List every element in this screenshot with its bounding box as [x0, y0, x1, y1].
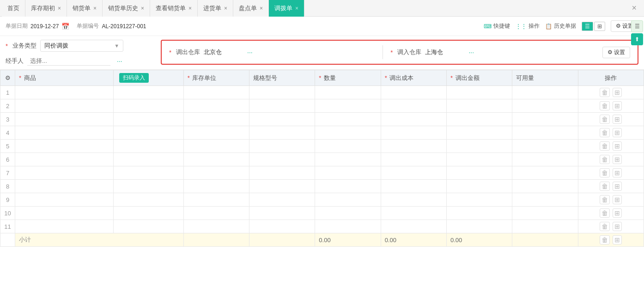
row-amount[interactable]: [446, 207, 512, 220]
delete-row-btn[interactable]: 🗑: [600, 208, 610, 218]
row-product[interactable]: [15, 166, 114, 180]
row-cost[interactable]: [381, 153, 446, 166]
row-unit[interactable]: [183, 99, 249, 113]
copy-row-btn[interactable]: ⊞: [613, 141, 622, 151]
shortcut-action[interactable]: ⌨ 快捷键: [484, 22, 510, 30]
tab-sales-order-close[interactable]: ×: [93, 5, 97, 12]
row-qty[interactable]: [315, 193, 381, 207]
row-spec[interactable]: [249, 99, 315, 113]
row-unit[interactable]: [183, 220, 249, 233]
delete-row-btn[interactable]: 🗑: [600, 222, 610, 231]
row-spec[interactable]: [249, 193, 315, 207]
row-spec[interactable]: [249, 126, 315, 140]
row-product[interactable]: [15, 113, 114, 126]
delete-row-btn[interactable]: 🗑: [600, 88, 610, 97]
row-qty[interactable]: [315, 180, 381, 193]
row-cost[interactable]: [381, 140, 446, 153]
tab-purchase-order[interactable]: 进货单 ×: [198, 0, 233, 17]
subtotal-copy-btn[interactable]: ⊞: [613, 235, 622, 244]
row-cost[interactable]: [381, 207, 446, 220]
row-unit[interactable]: [183, 193, 249, 207]
delete-row-btn[interactable]: 🗑: [600, 182, 610, 191]
row-unit[interactable]: [183, 166, 249, 180]
row-product[interactable]: [15, 86, 114, 99]
copy-row-btn[interactable]: ⊞: [613, 88, 622, 97]
delete-row-btn[interactable]: 🗑: [600, 168, 610, 177]
row-unit[interactable]: [183, 153, 249, 166]
copy-row-btn[interactable]: ⊞: [613, 195, 622, 204]
delete-row-btn[interactable]: 🗑: [600, 128, 610, 137]
row-spec[interactable]: [249, 113, 315, 126]
delete-row-btn[interactable]: 🗑: [600, 155, 610, 164]
row-unit[interactable]: [183, 126, 249, 140]
main-close-button[interactable]: ×: [628, 3, 640, 13]
row-amount[interactable]: [446, 126, 512, 140]
row-qty[interactable]: [315, 113, 381, 126]
row-amount[interactable]: [446, 86, 512, 99]
scan-btn[interactable]: 扫码录入: [119, 73, 149, 83]
history-action[interactable]: 📋 历史单据: [545, 22, 576, 30]
tab-sales-order[interactable]: 销货单 ×: [67, 0, 103, 17]
tab-inventory-init[interactable]: 库存期初 ×: [25, 0, 67, 17]
sidebar-export-btn[interactable]: ⬆: [631, 33, 643, 45]
copy-row-btn[interactable]: ⊞: [613, 222, 622, 231]
person-more-icon[interactable]: ···: [117, 57, 122, 65]
subtotal-delete-btn[interactable]: 🗑: [600, 235, 610, 244]
warehouse-in-more-icon[interactable]: ···: [468, 49, 474, 56]
row-product[interactable]: [15, 193, 114, 207]
row-qty[interactable]: [315, 86, 381, 99]
tab-inventory-init-close[interactable]: ×: [58, 5, 61, 12]
row-spec[interactable]: [249, 220, 315, 233]
delete-row-btn[interactable]: 🗑: [600, 141, 610, 151]
row-cost[interactable]: [381, 126, 446, 140]
row-cost[interactable]: [381, 99, 446, 113]
row-unit[interactable]: [183, 113, 249, 126]
row-unit[interactable]: [183, 86, 249, 99]
row-cost[interactable]: [381, 193, 446, 207]
row-spec[interactable]: [249, 86, 315, 99]
row-qty[interactable]: [315, 126, 381, 140]
warehouse-out-more-icon[interactable]: ···: [247, 49, 253, 56]
row-qty[interactable]: [315, 140, 381, 153]
row-spec[interactable]: [249, 140, 315, 153]
row-cost[interactable]: [381, 113, 446, 126]
tab-view-sales-close[interactable]: ×: [188, 5, 192, 12]
row-spec[interactable]: [249, 166, 315, 180]
row-product[interactable]: [15, 207, 114, 220]
row-qty[interactable]: [315, 220, 381, 233]
copy-row-btn[interactable]: ⊞: [613, 168, 622, 177]
row-qty[interactable]: [315, 166, 381, 180]
copy-row-btn[interactable]: ⊞: [613, 128, 622, 137]
row-spec[interactable]: [249, 207, 315, 220]
tab-transfer-order-close[interactable]: ×: [295, 5, 298, 12]
row-amount[interactable]: [446, 99, 512, 113]
row-unit[interactable]: [183, 180, 249, 193]
row-product[interactable]: [15, 140, 114, 153]
row-product[interactable]: [15, 220, 114, 233]
row-amount[interactable]: [446, 113, 512, 126]
row-product[interactable]: [15, 99, 114, 113]
row-amount[interactable]: [446, 220, 512, 233]
form-settings-button[interactable]: ⚙ 设置: [602, 47, 630, 58]
row-amount[interactable]: [446, 193, 512, 207]
row-spec[interactable]: [249, 153, 315, 166]
row-amount[interactable]: [446, 153, 512, 166]
row-amount[interactable]: [446, 166, 512, 180]
tab-transfer-order[interactable]: 调拨单 ×: [269, 0, 304, 17]
operation-action[interactable]: ⋮⋮ 操作: [516, 22, 540, 30]
row-spec[interactable]: [249, 180, 315, 193]
row-cost[interactable]: [381, 86, 446, 99]
row-product[interactable]: [15, 180, 114, 193]
row-cost[interactable]: [381, 180, 446, 193]
row-qty[interactable]: [315, 99, 381, 113]
copy-row-btn[interactable]: ⊞: [613, 101, 622, 110]
row-unit[interactable]: [183, 140, 249, 153]
copy-row-btn[interactable]: ⊞: [613, 155, 622, 164]
delete-row-btn[interactable]: 🗑: [600, 115, 610, 124]
copy-row-btn[interactable]: ⊞: [613, 208, 622, 218]
delete-row-btn[interactable]: 🗑: [600, 101, 610, 110]
row-qty[interactable]: [315, 153, 381, 166]
copy-row-btn[interactable]: ⊞: [613, 182, 622, 191]
row-amount[interactable]: [446, 140, 512, 153]
row-unit[interactable]: [183, 207, 249, 220]
